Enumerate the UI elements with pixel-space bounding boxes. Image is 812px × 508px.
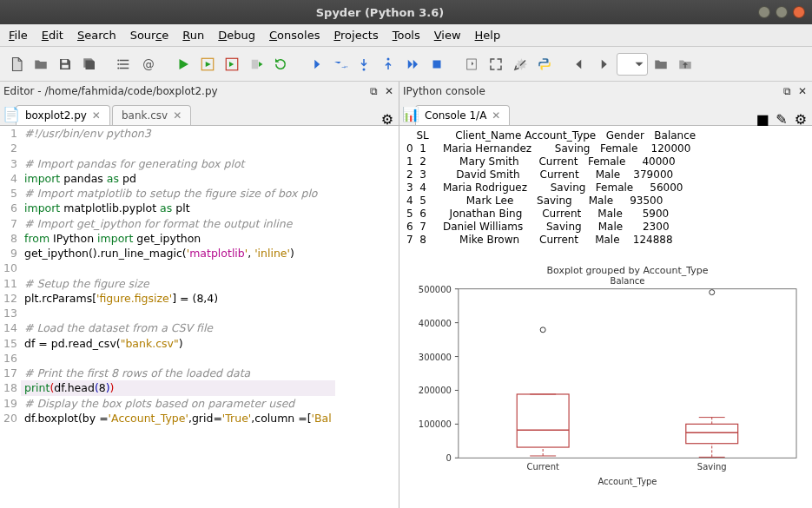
code-line[interactable]: #!/usr/bin/env python3 [21,126,335,141]
menu-run[interactable]: Run [179,27,208,43]
code-line[interactable]: # Import get_ipython for format the outp… [21,216,335,231]
run-button[interactable] [172,53,195,76]
svg-text:Boxplot grouped by Account_Typ: Boxplot grouped by Account_Type [547,265,709,276]
code-line[interactable]: import pandas as pd [21,171,335,186]
line-number: 15 [0,336,21,351]
close-button[interactable] [793,6,805,18]
code-line[interactable]: import matplotlib.pyplot as plt [21,201,335,215]
code-line[interactable]: # Display the box plots based on paramet… [21,396,335,411]
line-number: 5 [0,186,21,201]
code-line[interactable]: get_ipython().run_line_magic('matplotlib… [21,246,335,261]
tab-list-icon[interactable]: 📄 [5,108,17,120]
maximize-button[interactable] [776,6,788,18]
run-cell-advance-button[interactable] [221,53,243,76]
svg-rect-1 [62,64,69,68]
tab-console[interactable]: Console 1/A ✕ [415,105,510,125]
menu-tools[interactable]: Tools [389,27,424,43]
svg-text:Balance: Balance [611,276,645,286]
save-all-button[interactable] [78,53,101,76]
pane-close-icon[interactable]: ✕ [796,85,809,97]
python-path-button[interactable] [533,53,556,76]
menu-debug[interactable]: Debug [215,27,259,43]
svg-rect-13 [459,289,796,459]
code-line[interactable]: print(df.head(8)) [21,380,335,395]
debug-step-into-button[interactable] [353,53,375,76]
pane-close-icon[interactable]: ✕ [383,85,395,97]
tab-boxplot2-py[interactable]: boxplot2.py✕ [16,105,110,125]
editor-pane: Editor - /home/fahmida/code/boxplot2.py … [0,82,399,508]
tab-bank-csv[interactable]: bank.csv✕ [112,105,191,125]
code-editor[interactable]: 1#!/usr/bin/env python323# Import pandas… [0,125,399,508]
svg-text:500000: 500000 [419,285,452,294]
editor-link-icon[interactable]: ✎ [776,113,788,125]
debug-stop-button[interactable] [426,53,448,76]
tab-close-icon[interactable]: ✕ [92,109,101,122]
pane-restore-icon[interactable]: ⧉ [781,85,793,97]
menu-view[interactable]: View [431,27,465,43]
open-file-button[interactable] [30,53,52,76]
menu-edit[interactable]: Edit [38,27,67,43]
code-line[interactable]: # Import matplotlib to setup the figure … [21,186,335,201]
code-line[interactable]: # Print the first 8 rows of the loaded d… [21,366,335,380]
pane-restore-icon[interactable]: ⧉ [367,85,380,97]
stop-kernel-icon[interactable]: ■ [756,113,769,125]
menu-search[interactable]: Search [74,27,120,43]
menu-help[interactable]: Help [472,27,505,43]
debug-step-out-button[interactable] [377,53,399,76]
back-button[interactable] [568,53,591,76]
import-button[interactable] [460,53,483,76]
code-line[interactable]: # Import pandas for generating box plot [21,156,335,171]
line-number: 14 [0,320,21,335]
editor-title: Editor - /home/fahmida/code/boxplot2.py [3,85,218,97]
debug-step-over-button[interactable]: →• [328,53,351,76]
run-selection-button[interactable] [245,53,267,76]
outline-button[interactable] [113,53,135,76]
code-line[interactable]: plt.rcParams['figure.figsize'] = (8,4) [21,291,335,306]
svg-text:Current: Current [526,462,559,472]
svg-text:200000: 200000 [419,386,452,395]
console-pane-header: IPython console ⧉ ✕ [399,82,812,101]
code-line[interactable]: from IPython import get_ipython [21,231,335,246]
code-line[interactable] [21,351,335,366]
code-line[interactable]: df.boxplot(by ='Account_Type',grid='True… [21,411,335,426]
menu-consoles[interactable]: Consoles [266,27,323,43]
toolbar: @ →• [0,47,812,82]
at-button[interactable]: @ [137,53,160,76]
rerun-button[interactable] [269,53,292,76]
tab-list-icon[interactable]: 📊 [405,108,417,120]
new-file-button[interactable] [5,53,28,76]
menu-projects[interactable]: Projects [330,27,381,43]
debug-continue-button[interactable] [401,53,424,76]
forward-button[interactable] [592,53,615,76]
maximize-pane-button[interactable] [485,53,507,76]
console-tabs: 📊 Console 1/A ✕ ■ ✎ ⚙ [399,101,812,125]
console-output[interactable]: SL Client_Name Account_Type Gender Balan… [399,125,812,508]
menu-file[interactable]: File [5,27,31,43]
save-button[interactable] [54,53,76,76]
code-line[interactable]: # Load the dataset from a CSV file [21,320,335,335]
run-cell-button[interactable] [196,53,219,76]
editor-pane-header: Editor - /home/fahmida/code/boxplot2.py … [0,82,399,101]
console-options-icon[interactable]: ⚙ [795,113,807,125]
code-line[interactable]: df = pd.read_csv("bank.csv") [21,336,335,351]
code-line[interactable]: # Setup the figure size [21,276,335,291]
code-line[interactable] [21,141,335,155]
tab-close-icon[interactable]: ✕ [173,109,182,122]
svg-rect-0 [62,59,67,63]
browse-dir-button[interactable] [650,53,672,76]
tab-label: Console 1/A [425,109,486,122]
menu-source[interactable]: Source [127,27,173,43]
parent-dir-button[interactable] [674,53,696,76]
line-number: 13 [0,306,21,320]
minimize-button[interactable] [758,6,770,18]
code-line[interactable] [21,306,335,320]
editor-options-icon[interactable]: ⚙ [381,113,393,125]
line-number: 16 [0,351,21,366]
tab-close-icon[interactable]: ✕ [492,109,500,122]
line-number: 3 [0,156,21,171]
debug-step-button[interactable] [304,53,327,76]
working-dir-combo[interactable] [617,53,648,76]
preferences-button[interactable] [509,53,531,76]
code-line[interactable] [21,261,335,275]
console-title: IPython console [403,85,485,97]
